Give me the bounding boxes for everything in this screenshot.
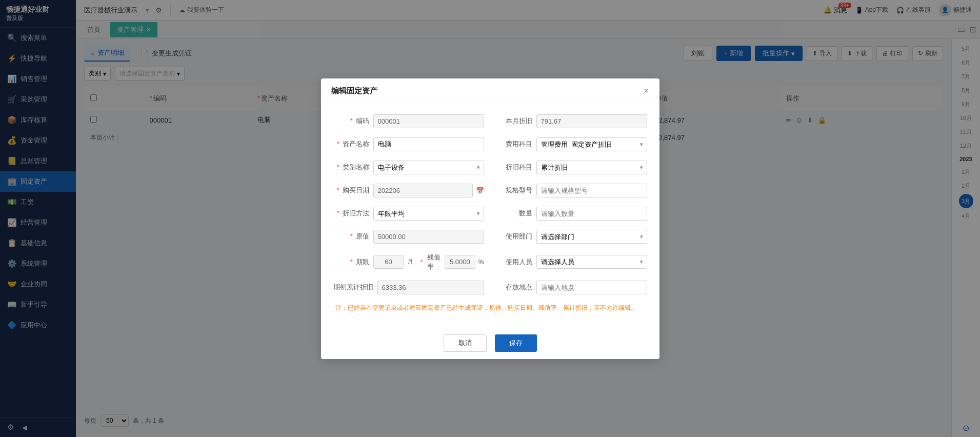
spec-input[interactable]	[536, 184, 647, 197]
asset-name-label: * 资产名称	[333, 140, 369, 149]
user-select-wrapper: 请选择人员 ▾	[536, 255, 647, 269]
code-label: * 编码	[333, 116, 369, 126]
category-select[interactable]: 电子设备	[373, 161, 484, 174]
monthly-dep-label: 本月折旧	[496, 116, 532, 126]
residual-rate-input[interactable]	[445, 255, 475, 269]
form-row-7: * 期限 月 * 残值率 % 使用人员	[333, 253, 647, 271]
dep-subject-select-wrapper: 累计折旧 ▾	[536, 161, 647, 174]
location-input[interactable]	[536, 281, 647, 294]
user-select[interactable]: 请选择人员	[536, 255, 647, 269]
field-dep-subject: 折旧科目 累计折旧 ▾	[496, 161, 647, 174]
period-unit: 月	[407, 257, 413, 266]
asset-name-input[interactable]	[373, 137, 484, 151]
form-row-3: * 类别名称 电子设备 ▾ 折旧科目 累计折旧	[333, 161, 647, 174]
period-label: * 期限	[333, 257, 369, 267]
field-user: 使用人员 请选择人员 ▾	[496, 253, 647, 271]
modal-body: * 编码 本月折旧 * 资产名称	[321, 104, 659, 327]
field-dep-method: * 折旧方法 年限平均 ▾	[333, 207, 484, 221]
field-category: * 类别名称 电子设备 ▾	[333, 161, 484, 174]
field-asset-name: * 资产名称	[333, 137, 484, 151]
quantity-label: 数量	[496, 209, 532, 218]
residual-rate-unit: %	[478, 259, 484, 266]
quantity-input[interactable]	[536, 207, 647, 221]
initial-dep-input[interactable]	[377, 281, 484, 294]
user-label: 使用人员	[496, 257, 532, 267]
purchase-date-group: 📅	[373, 184, 484, 197]
field-code: * 编码	[333, 114, 484, 128]
modal-overlay: 编辑固定资产 × * 编码 本月折旧	[0, 0, 980, 437]
form-row-5: * 折旧方法 年限平均 ▾ 数量	[333, 207, 647, 221]
save-btn[interactable]: 保存	[495, 334, 537, 352]
cancel-btn[interactable]: 取消	[444, 334, 487, 352]
location-label: 存放地点	[496, 283, 532, 292]
original-value-input[interactable]	[373, 230, 484, 244]
field-initial-dep: 期初累计折旧	[333, 281, 484, 294]
form-row-2: * 资产名称 费用科目 管理费用_固定资产折旧 ▾	[333, 137, 647, 151]
department-label: 使用部门	[496, 232, 532, 241]
period-input[interactable]	[373, 255, 404, 269]
field-original-value: * 原值	[333, 230, 484, 244]
form-row-8: 期初累计折旧 存放地点	[333, 281, 647, 294]
spec-label: 规格型号	[496, 186, 532, 195]
department-select[interactable]: 请选择部门	[536, 230, 647, 244]
initial-dep-label: 期初累计折旧	[333, 283, 373, 292]
modal-close-btn[interactable]: ×	[644, 86, 649, 96]
expense-subject-select[interactable]: 管理费用_固定资产折旧	[536, 137, 647, 151]
field-period-residual: * 期限 月 * 残值率 %	[333, 253, 484, 271]
period-group: 月 * 残值率 %	[373, 253, 484, 271]
form-row-6: * 原值 使用部门 请选择部门 ▾	[333, 230, 647, 244]
purchase-date-input[interactable]	[373, 184, 473, 197]
field-department: 使用部门 请选择部门 ▾	[496, 230, 647, 244]
category-field-label: * 类别名称	[333, 163, 369, 172]
modal-footer: 取消 保存	[321, 327, 659, 359]
expense-subject-select-wrapper: 管理费用_固定资产折旧 ▾	[536, 137, 647, 151]
field-purchase-date: * 购买日期 📅	[333, 184, 484, 197]
code-input[interactable]	[373, 114, 484, 128]
form-row-4: * 购买日期 📅 规格型号	[333, 184, 647, 197]
field-monthly-dep: 本月折旧	[496, 114, 647, 128]
original-value-label: * 原值	[333, 232, 369, 241]
category-select-wrapper: 电子设备 ▾	[373, 161, 484, 174]
calendar-icon[interactable]: 📅	[476, 187, 484, 194]
field-expense-subject: 费用科目 管理费用_固定资产折旧 ▾	[496, 137, 647, 151]
residual-rate-label: 残值率	[427, 253, 442, 271]
monthly-dep-input[interactable]	[536, 114, 647, 128]
dep-method-select[interactable]: 年限平均	[373, 207, 484, 221]
form-row-1: * 编码 本月折旧	[333, 114, 647, 128]
modal-header: 编辑固定资产 ×	[321, 78, 659, 104]
dep-method-select-wrapper: 年限平均 ▾	[373, 207, 484, 221]
modal-title: 编辑固定资产	[331, 86, 377, 96]
purchase-date-label: * 购买日期	[333, 186, 369, 195]
field-spec: 规格型号	[496, 184, 647, 197]
edit-asset-modal: 编辑固定资产 × * 编码 本月折旧	[321, 78, 659, 359]
department-select-wrapper: 请选择部门 ▾	[536, 230, 647, 244]
dep-subject-select[interactable]: 累计折旧	[536, 161, 647, 174]
field-location: 存放地点	[496, 281, 647, 294]
field-quantity: 数量	[496, 207, 647, 221]
expense-subject-label: 费用科目	[496, 140, 532, 149]
dep-subject-label: 折旧科目	[496, 163, 532, 172]
modal-note: 注：已经存在变更记录或者对应固定资产已经生成凭证，原值、购买日期、残值率、累计折…	[333, 304, 647, 312]
dep-method-label: * 折旧方法	[333, 209, 369, 218]
